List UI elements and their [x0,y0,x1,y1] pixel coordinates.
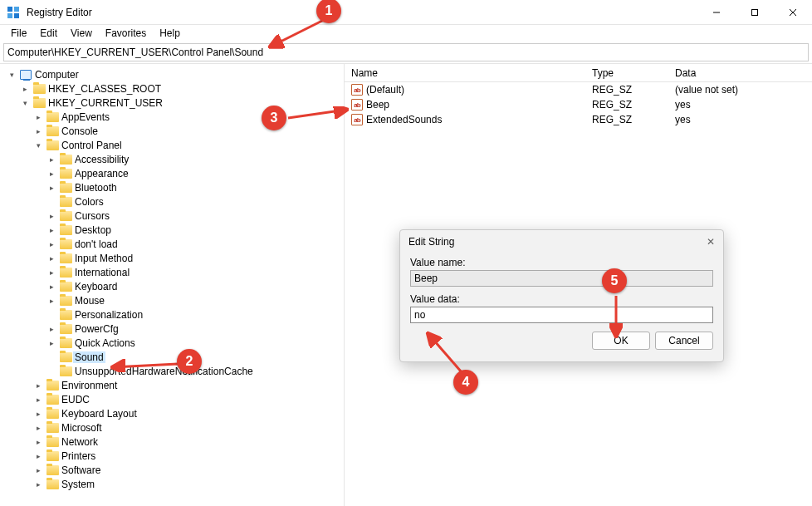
tree-mouse[interactable]: ▸Mouse [0,293,344,307]
chevron-right-icon[interactable]: ▸ [18,85,32,93]
chevron-right-icon[interactable]: ▸ [32,438,45,446]
chevron-right-icon[interactable]: ▸ [45,325,58,333]
chevron-right-icon[interactable]: ▸ [45,212,58,220]
chevron-right-icon[interactable]: ▸ [45,268,58,277]
tree-label: Console [60,125,100,137]
tree-accessibility[interactable]: ▸Accessibility [0,152,344,166]
tree-pane[interactable]: ▾ Computer ▸ HKEY_CLASSES_ROOT ▾ HKEY_CU… [0,64,345,506]
chevron-down-icon[interactable]: ▾ [32,141,45,150]
tree-eudc[interactable]: ▸EUDC [0,392,344,406]
tree-label: Computer [33,69,81,81]
svg-line-9 [113,364,178,367]
tree-console[interactable]: ▸ Console [0,124,344,138]
chevron-down-icon[interactable]: ▾ [5,71,18,79]
tree-international[interactable]: ▸International [0,265,344,279]
value-data-label: Value data: [410,293,713,305]
tree-appearance[interactable]: ▸Appearance [0,166,344,180]
address-bar[interactable]: Computer\HKEY_CURRENT_USER\Control Panel… [3,43,809,61]
chevron-right-icon[interactable]: ▸ [45,240,58,248]
folder-icon [32,84,46,94]
column-header-data[interactable]: Data [668,67,812,79]
chevron-right-icon[interactable]: ▸ [32,452,45,460]
tree-desktop[interactable]: ▸Desktop [0,223,344,237]
minimize-button[interactable] [697,0,736,24]
tree-environment[interactable]: ▸Environment [0,378,344,392]
folder-icon [58,169,73,179]
tree-network[interactable]: ▸Network [0,435,344,449]
tree-label: Network [60,436,100,448]
tree-label: Printers [60,450,97,462]
folder-icon [58,183,73,193]
menu-help[interactable]: Help [154,26,186,41]
tree-bluetooth[interactable]: ▸Bluetooth [0,180,344,194]
chevron-right-icon[interactable]: ▸ [32,480,45,489]
tree-label: International [73,267,131,278]
tree-keyboardlayout[interactable]: ▸Keyboard Layout [0,406,344,420]
tree-powercfg[interactable]: ▸PowerCfg [0,322,344,336]
chevron-right-icon[interactable]: ▸ [45,184,58,192]
chevron-down-icon[interactable]: ▾ [18,99,32,107]
chevron-right-icon[interactable]: ▸ [45,282,58,291]
close-button[interactable] [774,0,812,24]
tree-inputmethod[interactable]: ▸Input Method [0,251,344,265]
value-data-field[interactable] [410,307,713,323]
chevron-right-icon[interactable]: ▸ [32,424,45,432]
chevron-right-icon[interactable]: ▸ [32,127,45,135]
menu-file[interactable]: File [5,26,32,41]
tree-quickactions[interactable]: ▸Quick Actions [0,336,344,350]
maximize-button[interactable] [736,0,774,24]
tree-label: HKEY_CURRENT_USER [46,97,164,109]
chevron-right-icon[interactable]: ▸ [45,226,58,234]
chevron-right-icon[interactable]: ▸ [32,113,45,121]
string-value-icon: ab [351,99,363,111]
list-row[interactable]: abBeepREG_SZyes [345,97,812,112]
folder-icon [45,423,60,433]
chevron-right-icon[interactable]: ▸ [45,169,58,178]
annotation-marker-2: 2 [177,349,202,374]
folder-icon [58,310,73,320]
folder-icon [58,155,73,165]
chevron-right-icon[interactable]: ▸ [32,395,45,404]
tree-microsoft[interactable]: ▸Microsoft [0,420,344,435]
chevron-right-icon[interactable]: ▸ [45,254,58,263]
chevron-right-icon[interactable]: ▸ [32,410,45,418]
tree-root[interactable]: ▾ Computer [0,67,344,81]
column-header-type[interactable]: Type [585,67,668,79]
tree-colors[interactable]: Colors [0,194,344,209]
chevron-right-icon[interactable]: ▸ [45,155,58,164]
tree-label: Control Panel [60,140,124,151]
folder-icon [45,451,60,461]
menu-favorites[interactable]: Favorites [100,26,152,41]
menu-view[interactable]: View [65,26,98,41]
svg-rect-0 [7,7,12,12]
window-title: Registry Editor [27,7,697,18]
list-row[interactable]: abExtendedSoundsREG_SZyes [345,112,812,127]
tree-label: Software [60,464,102,476]
list-row[interactable]: ab(Default)REG_SZ(value not set) [345,82,812,97]
tree-system[interactable]: ▸System [0,477,344,491]
chevron-right-icon[interactable]: ▸ [45,297,58,305]
value-name-field[interactable] [410,270,713,287]
cancel-button[interactable]: Cancel [655,332,713,350]
tree-software[interactable]: ▸Software [0,463,344,477]
tree-cursors[interactable]: ▸Cursors [0,209,344,223]
folder-icon [58,211,73,221]
tree-label: Personalization [73,309,144,321]
chevron-right-icon[interactable]: ▸ [32,381,45,390]
tree-dontload[interactable]: ▸don't load [0,237,344,251]
tree-hkcr[interactable]: ▸ HKEY_CLASSES_ROOT [0,81,344,96]
annotation-marker-3: 3 [262,106,286,130]
tree-keyboard[interactable]: ▸Keyboard [0,279,344,293]
address-path: Computer\HKEY_CURRENT_USER\Control Panel… [7,47,263,58]
tree-personalization[interactable]: Personalization [0,307,344,322]
chevron-right-icon[interactable]: ▸ [32,466,45,474]
svg-rect-2 [7,13,12,18]
tree-printers[interactable]: ▸Printers [0,449,344,463]
menu-edit[interactable]: Edit [34,26,63,41]
tree-controlpanel[interactable]: ▾ Control Panel [0,138,344,152]
column-header-name[interactable]: Name [345,67,585,79]
close-icon[interactable]: ✕ [707,236,715,248]
chevron-right-icon[interactable]: ▸ [45,339,58,347]
tree-label: Cursors [73,210,111,222]
annotation-arrow-3 [285,106,351,123]
